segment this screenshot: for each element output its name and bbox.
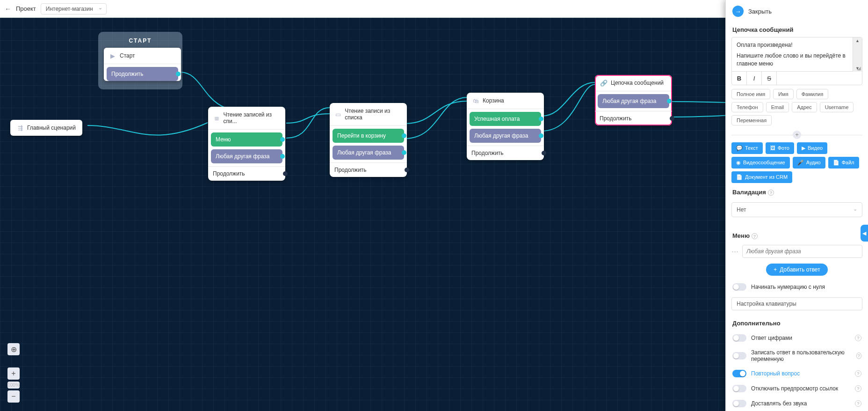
- zoom-in-button[interactable]: +: [7, 367, 20, 380]
- row-label: Перейти в корзину: [337, 132, 386, 139]
- content-button[interactable]: 📄Документ из CRM: [731, 171, 792, 183]
- port-icon[interactable]: [280, 154, 285, 159]
- port-icon[interactable]: [667, 99, 672, 103]
- node-read-one[interactable]: ▭Чтение записи из списка Перейти в корзи…: [330, 103, 407, 177]
- help-icon[interactable]: ?: [768, 190, 774, 196]
- node-read-list-row-0[interactable]: Меню: [211, 132, 282, 147]
- keyboard-settings-button[interactable]: Настройка клавиатуры: [731, 297, 862, 310]
- row-label: Продолжить: [213, 170, 245, 177]
- content-button[interactable]: 📄Файл: [828, 157, 859, 169]
- button-label: Фото: [778, 145, 789, 151]
- variable-chip[interactable]: Переменная: [731, 115, 772, 125]
- zoom-out-button[interactable]: −: [7, 390, 20, 403]
- variable-chip[interactable]: Username: [820, 102, 854, 112]
- close-icon[interactable]: →: [732, 6, 744, 17]
- help-icon[interactable]: ?: [855, 385, 861, 392]
- node-cart-row-0[interactable]: Успешная оплата: [470, 112, 541, 126]
- format-italic-button[interactable]: I: [747, 72, 762, 85]
- toggle-num-from-zero[interactable]: [732, 283, 746, 291]
- zoom-level: 100%: [7, 382, 20, 389]
- node-start-row-0[interactable]: Продолжить: [107, 67, 178, 81]
- port-icon[interactable]: [176, 72, 181, 76]
- validation-title: Валидация?: [726, 185, 868, 199]
- node-read-one-row-0[interactable]: Перейти в корзину: [333, 129, 404, 143]
- zoom-controls: ⊕ + 100% −: [7, 343, 20, 403]
- add-answer-label: Добавить ответ: [780, 266, 820, 273]
- toggle[interactable]: [732, 400, 746, 407]
- help-icon[interactable]: ?: [855, 400, 861, 407]
- row-label: Успешная оплата: [474, 116, 520, 122]
- drag-icon[interactable]: ⋯: [731, 247, 738, 256]
- node-read-list[interactable]: ≣Чтение записей из спи... Меню Любая дру…: [208, 107, 285, 181]
- node-read-one-row-2[interactable]: Продолжить: [330, 162, 407, 177]
- port-icon[interactable]: [402, 150, 406, 155]
- content-button[interactable]: ◉Видеосообщение: [731, 157, 790, 169]
- node-start[interactable]: ▶Старт Продолжить: [104, 48, 181, 81]
- locate-button[interactable]: ⊕: [7, 343, 20, 355]
- node-message-chain[interactable]: 🔗Цепочка сообщений Любая другая фраза Пр…: [595, 75, 672, 125]
- row-label: Любая другая фраза: [216, 153, 269, 160]
- button-icon: 📄: [833, 160, 839, 166]
- play-icon: ▶: [109, 52, 116, 59]
- variable-chip[interactable]: Имя: [773, 89, 793, 99]
- content-button[interactable]: 💬Текст: [731, 142, 763, 154]
- node-read-one-row-1[interactable]: Любая другая фраза: [333, 146, 404, 160]
- help-icon[interactable]: ?: [752, 233, 758, 239]
- port-icon[interactable]: [280, 137, 285, 142]
- row-label: Продолжить: [471, 150, 504, 156]
- button-icon: ◉: [736, 160, 741, 166]
- node-read-list-row-1[interactable]: Любая другая фраза: [211, 149, 282, 163]
- row-label: Любая другая фраза: [602, 98, 656, 104]
- format-bold-button[interactable]: B: [732, 72, 747, 85]
- node-main-scenario[interactable]: ⇶ Главный сценарий: [10, 120, 82, 136]
- port-icon[interactable]: [283, 171, 288, 176]
- variable-chip[interactable]: Адрес: [792, 102, 817, 112]
- editor-line-1: Оплата произведена!: [737, 41, 850, 49]
- variable-chip[interactable]: Email: [766, 102, 789, 112]
- toggle[interactable]: [732, 334, 746, 342]
- editor[interactable]: Оплата произведена! Напишите любое слово…: [731, 37, 862, 85]
- cart-icon: 🛍: [472, 97, 479, 104]
- help-icon[interactable]: ?: [855, 370, 861, 377]
- toggle[interactable]: [732, 385, 746, 392]
- port-icon[interactable]: [405, 168, 409, 172]
- port-icon[interactable]: [539, 117, 543, 121]
- port-icon[interactable]: [670, 116, 674, 121]
- variable-chip[interactable]: Фамилия: [796, 89, 829, 99]
- content-button[interactable]: 🖼Фото: [766, 142, 794, 154]
- scroll-up-icon[interactable]: ▲: [855, 38, 860, 43]
- collapse-tab[interactable]: ◀: [861, 225, 868, 242]
- node-cart-row-1[interactable]: Любая другая фраза: [470, 129, 541, 143]
- node-read-list-row-2[interactable]: Продолжить: [208, 166, 285, 181]
- variable-chip[interactable]: Полное имя: [731, 89, 770, 99]
- close-label[interactable]: Закрыть: [748, 8, 772, 15]
- node-cart-row-2[interactable]: Продолжить: [467, 146, 544, 160]
- content-button[interactable]: 🎤Аудио: [793, 157, 825, 169]
- toggle-row: Ответ цифрами?: [726, 330, 868, 345]
- toggle[interactable]: [732, 370, 746, 377]
- content-button[interactable]: ▶Видео: [797, 142, 827, 154]
- editor-scrollbar[interactable]: ▲ ▼ ◢: [853, 37, 862, 72]
- port-icon[interactable]: [402, 133, 406, 138]
- variable-chip[interactable]: Телефон: [731, 102, 763, 112]
- validation-select[interactable]: Нет: [731, 202, 862, 217]
- back-arrow-icon[interactable]: ←: [5, 5, 11, 13]
- node-chain-row-0[interactable]: Любая другая фраза: [598, 94, 669, 108]
- help-icon[interactable]: ?: [856, 352, 861, 359]
- menu-row-input[interactable]: [742, 245, 862, 258]
- resize-icon[interactable]: ◢: [857, 66, 861, 71]
- project-select[interactable]: Интернет-магазин: [41, 3, 107, 15]
- add-answer-button[interactable]: +Добавить ответ: [766, 264, 827, 276]
- help-icon[interactable]: ?: [855, 335, 861, 341]
- port-icon[interactable]: [542, 151, 546, 155]
- side-panel: → Закрыть Цепочка сообщений Оплата произ…: [725, 0, 868, 411]
- project-selected-value: Интернет-магазин: [46, 6, 93, 12]
- format-strike-button[interactable]: S: [762, 72, 777, 85]
- port-icon[interactable]: [539, 133, 543, 138]
- start-group: СТАРТ ▶Старт Продолжить: [98, 32, 182, 89]
- toggle[interactable]: [732, 352, 746, 360]
- toggle-label: Ответ цифрами: [751, 335, 792, 341]
- add-icon[interactable]: +: [793, 131, 801, 139]
- node-cart[interactable]: 🛍Корзина Успешная оплата Любая другая фр…: [467, 93, 544, 160]
- node-chain-row-1[interactable]: Продолжить: [595, 111, 672, 125]
